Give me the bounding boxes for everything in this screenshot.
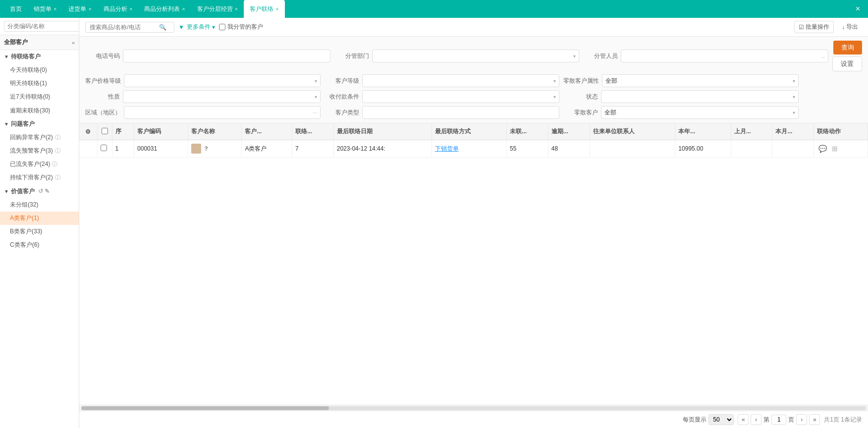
th-contact-count: 联络...: [292, 123, 333, 140]
comment-icon[interactable]: 💬: [818, 145, 827, 153]
first-page-btn[interactable]: «: [738, 414, 749, 425]
nav-sales-close[interactable]: ×: [54, 6, 56, 12]
retail-select[interactable]: 全部 ▾: [601, 106, 799, 119]
nav-customer-segment[interactable]: 客户分层经营 ×: [191, 0, 244, 18]
sidebar-item-c-class[interactable]: C类客户(6): [0, 238, 79, 252]
retail-attr-label: 零散客户属性: [563, 77, 599, 85]
nav-purchase-close[interactable]: ×: [88, 6, 91, 12]
sidebar-item-churned[interactable]: 已流失客户(24)ⓘ: [0, 158, 79, 171]
td-last-month: [731, 140, 772, 158]
sidebar-item-repurchase-anomaly[interactable]: 回购异常客户(2)ⓘ: [0, 131, 79, 144]
window-close-button[interactable]: ×: [852, 4, 864, 13]
horizontal-scrollbar[interactable]: [79, 405, 868, 411]
sidebar-item-ungrouped[interactable]: 未分组(32): [0, 198, 79, 212]
price-level-select[interactable]: ▾: [124, 74, 321, 87]
group-value-customers[interactable]: ▼ 价值客户 ↺ ✎: [0, 185, 79, 198]
group-problem-customers[interactable]: ▼ 问题客户: [0, 117, 79, 131]
per-page-select[interactable]: 50 100 200: [708, 414, 734, 425]
page-end-label: 页: [788, 416, 794, 424]
td-contact-count: 7: [292, 140, 333, 158]
setting-btn[interactable]: 设置: [832, 56, 862, 71]
status-label: 状态: [563, 93, 598, 101]
sidebar-item-tomorrow[interactable]: 明天待联络(1): [0, 77, 79, 90]
sidebar-item-b-class[interactable]: B类客户(33): [0, 225, 79, 238]
query-btn[interactable]: 查询: [833, 41, 862, 54]
nav-product-analysis[interactable]: 商品分析 ×: [98, 0, 138, 18]
pagination: 每页显示 50 100 200 « ‹ 第 页 › » 共1页 1条记录: [79, 411, 868, 428]
my-customers-checkbox-area: 我分管的客户: [219, 23, 263, 31]
status-select[interactable]: ▾: [601, 90, 799, 103]
last-page-btn[interactable]: »: [809, 414, 820, 425]
filter-phone: 电话号码: [85, 50, 330, 62]
my-customers-checkbox[interactable]: [219, 24, 225, 30]
nav-contact-close[interactable]: ×: [275, 6, 278, 12]
customer-name-text: ？: [203, 145, 209, 153]
th-last-date: 最后联络日期: [333, 123, 432, 140]
nav-product-analysis-close[interactable]: ×: [129, 6, 132, 12]
region-select[interactable]: ···: [124, 106, 321, 119]
problem-arrow: ▼: [4, 121, 9, 127]
more-filter-btn[interactable]: ▼ 更多条件 ▾: [178, 23, 215, 31]
pending-arrow: ▼: [4, 54, 9, 59]
nav-product-list[interactable]: 商品分析列表 ×: [138, 0, 191, 18]
main-search-icon[interactable]: 🔍: [159, 24, 166, 31]
th-this-month: 本月...: [772, 123, 814, 140]
last-method-link[interactable]: 下销货单: [435, 145, 459, 152]
nav-purchase[interactable]: 进货单 ×: [62, 0, 97, 18]
th-action: 联络动作: [814, 123, 868, 140]
top-nav: 首页 销货单 × 进货单 × 商品分析 × 商品分析列表 × 客户分层经营 × …: [0, 0, 868, 18]
scroll-thumb: [81, 406, 329, 410]
payment-chevron: ▾: [553, 94, 556, 100]
chevron-down-icon: ▾: [212, 24, 215, 31]
th-this-year: 本年...: [675, 123, 731, 140]
next-page-btn[interactable]: ›: [796, 414, 807, 425]
manager-select[interactable]: ...: [621, 50, 828, 62]
help-icon-1: ⓘ: [55, 134, 60, 140]
sidebar-item-overdue[interactable]: 逾期未联络(30): [0, 104, 79, 117]
sidebar-item-declining[interactable]: 持续下滑客户(2)ⓘ: [0, 171, 79, 184]
dept-label: 分管部门: [334, 52, 369, 60]
category-search-input[interactable]: [4, 21, 79, 32]
page-label: 第: [763, 416, 769, 424]
batch-icon: ☑: [799, 24, 804, 31]
row-checkbox[interactable]: [101, 145, 107, 151]
value-refresh-icon[interactable]: ↺: [38, 188, 43, 195]
th-type: 客户...: [242, 123, 292, 140]
dept-select[interactable]: ▾: [372, 50, 580, 62]
sidebar-item-7days[interactable]: 近7天待联络(0): [0, 90, 79, 104]
payment-select[interactable]: ▾: [362, 90, 560, 103]
select-all-checkbox[interactable]: [102, 128, 108, 134]
td-overdue: 48: [548, 140, 590, 158]
value-edit-icon[interactable]: ✎: [45, 188, 50, 195]
sidebar-item-churn-warning[interactable]: 流失预警客户(3)ⓘ: [0, 144, 79, 158]
nav-sales[interactable]: 销货单 ×: [28, 0, 62, 18]
th-gear[interactable]: ⚙: [79, 123, 97, 140]
nature-select[interactable]: ▾: [123, 90, 321, 103]
sidebar-item-today[interactable]: 今天待联络(0): [0, 63, 79, 77]
retail-attr-select[interactable]: 全部 ▾: [602, 74, 799, 87]
nav-customer-contact[interactable]: 客户联络 ×: [244, 0, 284, 18]
filter-row-3: 性质 ▾ 收付款条件 ▾ 状态: [85, 90, 862, 103]
prev-page-btn[interactable]: ‹: [751, 414, 761, 425]
export-btn[interactable]: ↓ 导出: [838, 21, 862, 33]
help-icon-4: ⓘ: [55, 174, 60, 180]
cust-type-select[interactable]: [362, 106, 560, 119]
grid-icon[interactable]: ⊞: [832, 145, 838, 153]
retail-attr-value: 全部: [605, 77, 617, 85]
nav-home[interactable]: 首页: [4, 0, 28, 18]
batch-op-btn[interactable]: ☑ 批量操作: [794, 21, 834, 33]
cust-level-select[interactable]: ▾: [362, 74, 560, 87]
group-pending-contact[interactable]: ▼ 待联络客户: [0, 50, 79, 63]
filter-retail-attr: 零散客户属性 全部 ▾: [563, 74, 799, 87]
sidebar-item-a-class[interactable]: A类客户(1): [0, 212, 79, 225]
td-this-month: [772, 140, 814, 158]
main-search-input[interactable]: [90, 24, 159, 31]
sidebar-collapse-btn[interactable]: «: [72, 40, 75, 46]
page-input[interactable]: [771, 415, 786, 425]
phone-input[interactable]: [123, 50, 330, 62]
nav-segment-close[interactable]: ×: [235, 6, 238, 12]
th-check: [97, 123, 112, 140]
nav-product-list-close[interactable]: ×: [182, 6, 185, 12]
region-dots: ···: [313, 110, 317, 115]
sidebar-search-area: 🔍: [0, 18, 79, 35]
